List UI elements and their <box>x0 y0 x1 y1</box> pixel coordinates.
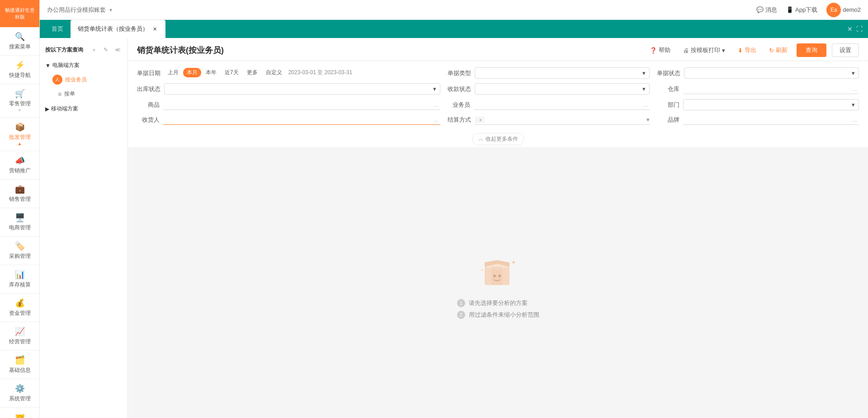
panel-title: 按以下方案查询 <box>45 46 83 54</box>
tab-close-button[interactable]: ✕ <box>151 25 158 33</box>
sidebar-item-label: 资金管理 <box>9 309 31 317</box>
sidebar-item-label: 电商管理 <box>9 224 31 232</box>
sidebar-item-ecom-mgmt[interactable]: 🖥️ 电商管理 <box>0 208 39 237</box>
sidebar-item-quick-nav[interactable]: ⚡ 快捷导航 <box>0 56 39 84</box>
scheme-item-by-salesman[interactable]: 人 按业务员 <box>40 72 127 87</box>
empty-state: ✦ ✦ 1 请先选择要分析的方案 <box>128 147 868 418</box>
goods-control: ... <box>163 100 440 110</box>
left-panel: 按以下方案查询 ＋ ✎ ≪ ▼ 电脑端方案 人 按业务员 ≡ 按 <box>40 38 128 418</box>
app-download-button[interactable]: 📱 App下载 <box>786 6 817 14</box>
settings-button[interactable]: 设置 <box>832 43 859 57</box>
goods-dots-button[interactable]: ... <box>432 101 440 108</box>
add-scheme-button[interactable]: ＋ <box>90 45 99 54</box>
sidebar-item-wholesale-mgmt[interactable]: 📦 批发管理 ▲ <box>0 118 39 151</box>
payment-tag-close-button[interactable]: × <box>479 117 482 123</box>
receiver-input[interactable] <box>163 116 432 123</box>
help-button[interactable]: ❓ 帮助 <box>646 44 674 56</box>
logo-subtext: 标版 <box>15 14 25 20</box>
tab-sales-stats[interactable]: 销货单统计表（按业务员） ✕ <box>71 20 165 38</box>
mobile-scheme-label: 移动端方案 <box>51 105 78 113</box>
mobile-scheme-header[interactable]: ▶ 移动端方案 <box>40 102 127 115</box>
doc-type-arrow-icon: ▾ <box>642 70 646 76</box>
doc-type-select[interactable]: ▾ <box>475 67 650 79</box>
print-button[interactable]: 🖨 按模板打印 ▾ <box>679 44 729 56</box>
user-name: demo2 <box>843 6 861 13</box>
desktop-scheme-group: ▼ 电脑端方案 人 按业务员 ≡ 按单 <box>40 59 127 100</box>
user-menu[interactable]: Ea demo2 <box>826 3 861 17</box>
refresh-button[interactable]: ↻ 刷新 <box>765 44 791 56</box>
edit-scheme-button[interactable]: ✎ <box>101 45 110 54</box>
date-tab-custom[interactable]: 自定义 <box>262 68 286 77</box>
sys-mgmt-icon: ⚙️ <box>15 384 25 394</box>
collapse-panel-button[interactable]: ≪ <box>113 45 122 54</box>
desktop-scheme-header[interactable]: ▼ 电脑端方案 <box>40 59 127 72</box>
sidebar-item-retail-mgmt[interactable]: 🛒 零售管理 ▼ <box>0 84 39 118</box>
inventory-icon: 📊 <box>15 270 25 280</box>
receiver-dots-button[interactable]: ... <box>432 116 440 123</box>
tab-home[interactable]: 首页 <box>44 20 71 38</box>
brand-input[interactable] <box>683 116 850 123</box>
out-status-select[interactable]: ▾ <box>164 83 440 95</box>
right-content: 销货单统计表(按业务员) ❓ 帮助 🖨 按模板打印 ▾ ⬇ 导出 <box>128 38 868 418</box>
date-tab-7days[interactable]: 近7天 <box>221 68 242 77</box>
date-tab-this-year[interactable]: 本年 <box>202 68 220 77</box>
sidebar-item-operation-mgmt[interactable]: 📈 经营管理 <box>0 322 39 351</box>
refresh-icon: ↻ <box>769 47 774 54</box>
tab-bar-close-icon[interactable]: ✕ <box>847 25 853 33</box>
doc-status-select[interactable]: ▾ <box>684 67 859 79</box>
sidebar-item-label: 零售管理 <box>9 100 31 108</box>
salesman-input[interactable] <box>474 101 641 108</box>
out-status-label: 出库状态 <box>137 85 160 93</box>
receipt-status-select[interactable]: ▾ <box>475 83 650 95</box>
brand-dots-button[interactable]: ... <box>850 116 859 123</box>
print-label: 按模板打印 <box>691 46 720 54</box>
date-range-text: 2023-03-01 至 2023-03-31 <box>288 69 352 76</box>
salesman-label: 业务员 <box>448 101 470 109</box>
dept-select[interactable]: ▾ <box>683 99 859 110</box>
ecom-mgmt-icon: 🖥️ <box>15 213 25 223</box>
date-tab-this-month[interactable]: 本月 <box>183 68 201 77</box>
main-area: 办公用品行业模拟账套 ▾ 💬 消息 📱 App下载 Ea demo2 首页 销货… <box>40 0 868 418</box>
sidebar-item-label: 基础信息 <box>9 366 31 374</box>
svg-text:✦: ✦ <box>511 259 516 266</box>
download-icon: 📱 <box>786 6 793 13</box>
mobile-scheme-group: ▶ 移动端方案 <box>40 102 127 115</box>
goods-input[interactable] <box>163 101 432 108</box>
warehouse-input[interactable] <box>683 86 850 92</box>
sidebar-item-marketing[interactable]: 📣 营销推广 <box>0 151 39 180</box>
sidebar-item-purchase-mgmt[interactable]: 🏷️ 采购管理 <box>0 237 39 265</box>
salesman-dots-button[interactable]: ... <box>641 101 650 108</box>
sidebar-item-label: 经营管理 <box>9 338 31 346</box>
sidebar-item-label: 采购管理 <box>9 252 31 260</box>
salesman-control: ... <box>474 100 650 110</box>
date-tab-more[interactable]: 更多 <box>243 68 261 77</box>
query-button[interactable]: 查询 <box>797 43 826 57</box>
top-header-left: 办公用品行业模拟账套 ▾ <box>47 6 112 14</box>
collapse-button[interactable]: ︿ 收起更多条件 <box>472 133 524 145</box>
filter-row-3: 商品 ... 业务员 ... 部门 <box>137 99 859 110</box>
export-button[interactable]: ⬇ 导出 <box>734 44 760 56</box>
sidebar-item-inventory[interactable]: 📊 库存核算 <box>0 265 39 294</box>
export-icon: ⬇ <box>738 47 743 54</box>
sidebar-item-label: 营销推广 <box>9 167 31 175</box>
warehouse-dots-button[interactable]: ... <box>850 86 859 92</box>
sidebar-item-sales-mgmt[interactable]: 💼 销售管理 <box>0 180 39 208</box>
out-status-arrow-icon: ▾ <box>433 86 436 92</box>
scheme-sub-item-by-order[interactable]: ≡ 按单 <box>40 87 127 100</box>
sidebar-item-fund-mgmt[interactable]: 💰 资金管理 <box>0 294 39 322</box>
sales-mgmt-icon: 💼 <box>15 184 25 194</box>
tab-bar-maximize-icon[interactable]: ⛶ <box>856 25 863 33</box>
filter-date-item: 单据日期 上月 本月 本年 近7天 更多 自定义 2023-03-01 至 20… <box>137 68 440 78</box>
refresh-label: 刷新 <box>776 46 788 54</box>
sidebar-item-basic-info[interactable]: 🗂️ 基础信息 <box>0 351 39 379</box>
desktop-scheme-label: 电脑端方案 <box>52 62 80 69</box>
date-tab-last-month[interactable]: 上月 <box>164 68 182 77</box>
logo-text: 畅捷通好生意 <box>5 7 35 14</box>
receiver-label: 收货人 <box>137 116 160 124</box>
message-button[interactable]: 💬 消息 <box>756 6 777 14</box>
svg-point-7 <box>493 275 496 277</box>
sidebar-item-enterprise-collab[interactable]: 🤝 企业协同 <box>0 408 39 418</box>
sidebar-item-search-menu[interactable]: 🔍 搜索菜单 <box>0 27 39 56</box>
payment-control: × ▾ <box>475 115 650 125</box>
sidebar-item-sys-mgmt[interactable]: ⚙️ 系统管理 <box>0 379 39 408</box>
